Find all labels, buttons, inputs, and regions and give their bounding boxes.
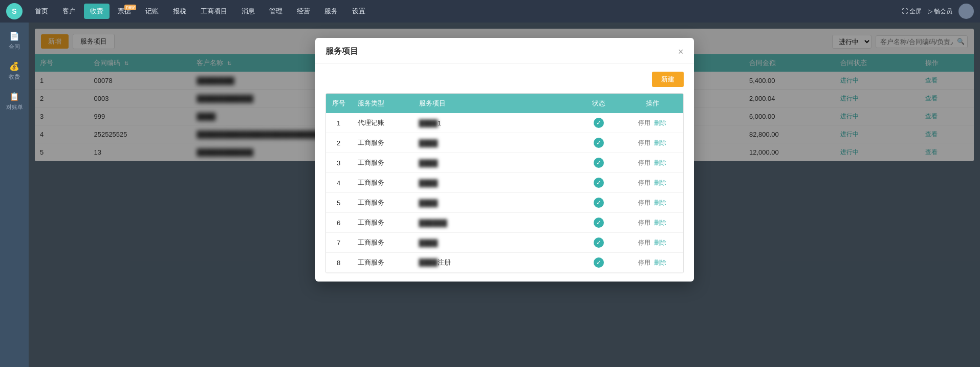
sidebar-item-contract[interactable]: 📄 合同 xyxy=(2,27,27,55)
modal-cell-item: ████1 xyxy=(413,113,576,133)
modal-toolbar: 新建 xyxy=(325,72,684,87)
stop-button[interactable]: 停用 xyxy=(638,199,650,206)
sidebar-item-fee-label: 收费 xyxy=(9,73,20,81)
modal-cell-action: 停用 删除 xyxy=(622,173,683,193)
modal-cell-item: ████ xyxy=(413,153,576,173)
modal-cell-seq: 1 xyxy=(326,113,352,133)
modal-table-row: 3 工商服务 ████ ✓ 停用 删除 xyxy=(326,153,683,173)
delete-button[interactable]: 删除 xyxy=(654,199,666,206)
modal-body: 新建 序号 服务类型 服务项目 状态 操作 xyxy=(315,63,694,282)
status-check-icon: ✓ xyxy=(594,238,604,248)
sidebar-item-contract-label: 合同 xyxy=(9,43,20,51)
delete-button[interactable]: 删除 xyxy=(654,159,666,166)
modal-cell-action: 停用 删除 xyxy=(622,153,683,173)
modal-table-row: 8 工商服务 ████注册 ✓ 停用 删除 xyxy=(326,253,683,273)
stop-button[interactable]: 停用 xyxy=(638,239,650,246)
nav-settings[interactable]: 设置 xyxy=(346,4,372,19)
modal-cell-item: ████ xyxy=(413,133,576,153)
modal-table-row: 5 工商服务 ████ ✓ 停用 删除 xyxy=(326,193,683,213)
modal-cell-status: ✓ xyxy=(576,173,622,193)
modal-col-action: 操作 xyxy=(622,94,683,113)
modal-cell-status: ✓ xyxy=(576,113,622,133)
modal-col-type: 服务类型 xyxy=(352,94,413,113)
delete-button[interactable]: 删除 xyxy=(654,239,666,246)
modal-cell-status: ✓ xyxy=(576,153,622,173)
modal-cell-seq: 2 xyxy=(326,133,352,153)
stop-button[interactable]: 停用 xyxy=(638,119,650,126)
stop-button[interactable]: 停用 xyxy=(638,159,650,166)
delete-button[interactable]: 删除 xyxy=(654,179,666,186)
fullscreen-label: 全屏 xyxy=(909,7,922,16)
modal-cell-status: ✓ xyxy=(576,253,622,273)
nav-tax[interactable]: 报税 xyxy=(167,4,192,19)
nav-operation[interactable]: 经营 xyxy=(291,4,316,19)
modal-cell-action: 停用 删除 xyxy=(622,193,683,213)
modal-cell-seq: 8 xyxy=(326,253,352,273)
modal-cell-action: 停用 删除 xyxy=(622,253,683,273)
nav-manage[interactable]: 管理 xyxy=(263,4,289,19)
statement-icon: 📋 xyxy=(9,91,19,101)
service-modal: 服务项目 × 新建 序号 服务类型 服务项目 xyxy=(315,38,694,282)
nav-invoice[interactable]: 票据 new xyxy=(112,4,137,19)
member-btn[interactable]: ▷ 畅会员 xyxy=(928,7,952,16)
modal-cell-seq: 5 xyxy=(326,193,352,213)
nav-message[interactable]: 消息 xyxy=(235,4,261,19)
modal-cell-action: 停用 删除 xyxy=(622,133,683,153)
modal-header: 服务项目 × xyxy=(315,38,694,63)
modal-cell-status: ✓ xyxy=(576,233,622,253)
nav-customer[interactable]: 客户 xyxy=(56,4,82,19)
stop-button[interactable]: 停用 xyxy=(638,179,650,186)
stop-button[interactable]: 停用 xyxy=(638,219,650,226)
fee-icon: 💰 xyxy=(9,61,19,71)
sidebar-item-fee[interactable]: 💰 收费 xyxy=(2,57,27,85)
nav-service[interactable]: 服务 xyxy=(318,4,344,19)
delete-button[interactable]: 删除 xyxy=(654,139,666,146)
modal-title: 服务项目 xyxy=(325,46,358,57)
status-check-icon: ✓ xyxy=(594,178,604,188)
status-check-icon: ✓ xyxy=(594,138,604,148)
modal-cell-item: ████ xyxy=(413,233,576,253)
contract-icon: 📄 xyxy=(9,31,19,41)
modal-cell-type: 工商服务 xyxy=(352,153,413,173)
sidebar-item-statement-label: 对账单 xyxy=(6,103,23,111)
member-icon: ▷ xyxy=(928,8,932,15)
modal-table-row: 6 工商服务 ██████ ✓ 停用 删除 xyxy=(326,213,683,233)
nav-right: ⛶ 全屏 ▷ 畅会员 xyxy=(902,4,974,19)
modal-cell-type: 工商服务 xyxy=(352,133,413,153)
modal-cell-type: 工商服务 xyxy=(352,173,413,193)
nav-bookkeeping[interactable]: 记账 xyxy=(139,4,165,19)
modal-cell-type: 工商服务 xyxy=(352,193,413,213)
modal-cell-action: 停用 删除 xyxy=(622,113,683,133)
top-navigation: S 首页 客户 收费 票据 new 记账 报税 工商项目 消息 管理 经营 服务… xyxy=(0,0,980,23)
new-badge: new xyxy=(124,5,136,10)
main-layout: 📄 合同 💰 收费 📋 对账单 新增 服务项目 进行中 已完成 全部 xyxy=(0,23,980,367)
delete-button[interactable]: 删除 xyxy=(654,259,666,266)
nav-business[interactable]: 工商项目 xyxy=(194,4,233,19)
stop-button[interactable]: 停用 xyxy=(638,139,650,146)
nav-fee[interactable]: 收费 xyxy=(84,4,110,19)
sidebar-item-statement[interactable]: 📋 对账单 xyxy=(2,87,27,115)
delete-button[interactable]: 删除 xyxy=(654,219,666,226)
main-content: 新增 服务项目 进行中 已完成 全部 xyxy=(29,23,980,367)
fullscreen-btn[interactable]: ⛶ 全屏 xyxy=(902,7,922,16)
modal-col-status: 状态 xyxy=(576,94,622,113)
modal-cell-status: ✓ xyxy=(576,133,622,153)
nav-home[interactable]: 首页 xyxy=(29,4,54,19)
stop-button[interactable]: 停用 xyxy=(638,259,650,266)
modal-new-button[interactable]: 新建 xyxy=(652,72,684,87)
modal-table-row: 1 代理记账 ████1 ✓ 停用 删除 xyxy=(326,113,683,133)
member-label: 畅会员 xyxy=(934,7,952,16)
modal-cell-status: ✓ xyxy=(576,193,622,213)
modal-col-item: 服务项目 xyxy=(413,94,576,113)
status-check-icon: ✓ xyxy=(594,118,604,128)
modal-col-seq: 序号 xyxy=(326,94,352,113)
modal-cell-seq: 3 xyxy=(326,153,352,173)
modal-cell-type: 工商服务 xyxy=(352,233,413,253)
modal-table-wrap: 序号 服务类型 服务项目 状态 操作 1 代理记账 xyxy=(325,93,684,273)
avatar[interactable] xyxy=(959,4,974,19)
modal-close-button[interactable]: × xyxy=(678,47,684,56)
modal-cell-item: ████注册 xyxy=(413,253,576,273)
modal-cell-seq: 4 xyxy=(326,173,352,193)
app-logo: S xyxy=(6,3,23,19)
delete-button[interactable]: 删除 xyxy=(654,119,666,126)
